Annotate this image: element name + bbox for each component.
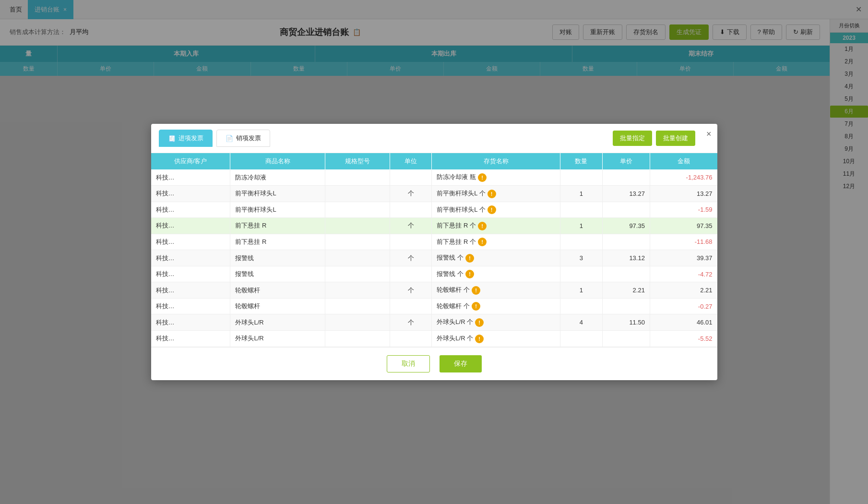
table-cell (560, 331, 602, 347)
warning-icon[interactable]: ! (465, 254, 474, 263)
table-cell (325, 314, 390, 331)
table-row: 科技…外球头L/R个外球头L/R 个!411.5046.01 (151, 314, 717, 331)
table-row: 科技…前平衡杆球头L个前平衡杆球头L 个!113.2713.27 (151, 185, 717, 202)
table-cell: -1.59 (650, 202, 717, 218)
table-cell: -0.27 (650, 298, 717, 314)
table-cell (325, 266, 390, 282)
col-unit: 单位 (390, 153, 432, 169)
table-cell: 13.27 (650, 185, 717, 202)
table-cell: 报警线 (230, 250, 325, 266)
table-cell (325, 218, 390, 234)
table-row: 科技…防冻冷却液防冻冷却液 瓶!-1,243.76 (151, 169, 717, 185)
table-cell: 97.35 (650, 218, 717, 234)
table-cell (560, 169, 602, 185)
table-cell (602, 298, 650, 314)
save-button[interactable]: 保存 (440, 355, 482, 372)
col-price: 单价 (602, 153, 650, 169)
table-cell: 11.50 (602, 314, 650, 331)
col-inventory: 存货名称 (432, 153, 560, 169)
table-cell: 科技… (151, 234, 230, 250)
invoice-table-container[interactable]: 供应商/客户 商品名称 规格型号 单位 存货名称 数量 单价 金额 科技…防冻冷… (151, 153, 717, 347)
table-cell (560, 266, 602, 282)
table-cell (325, 169, 390, 185)
table-cell (390, 234, 432, 250)
table-cell (325, 331, 390, 347)
table-cell (390, 331, 432, 347)
table-cell: 2.21 (602, 282, 650, 299)
table-cell (560, 298, 602, 314)
warning-icon[interactable]: ! (475, 318, 484, 327)
table-row: 科技…报警线报警线 个!-4.72 (151, 266, 717, 282)
table-cell: 97.35 (602, 218, 650, 234)
table-cell: 2.21 (650, 282, 717, 299)
table-row: 科技…前下悬挂 R个前下悬挂 R 个!197.3597.35 (151, 218, 717, 234)
table-cell: 个 (390, 314, 432, 331)
invoice-in-icon: 🧾 (168, 134, 176, 142)
table-cell (325, 234, 390, 250)
purchase-invoice-tab[interactable]: 🧾 进项发票 (159, 130, 213, 147)
invoice-out-icon: 📄 (226, 134, 233, 142)
table-cell: 轮毂螺杆 个! (432, 282, 560, 299)
table-cell: -5.52 (650, 331, 717, 347)
table-header-row: 供应商/客户 商品名称 规格型号 单位 存货名称 数量 单价 金额 (151, 153, 717, 169)
table-cell: 前下悬挂 R (230, 218, 325, 234)
purchase-tab-label: 进项发票 (178, 134, 203, 143)
cancel-button[interactable]: 取消 (387, 355, 430, 372)
table-cell: 46.01 (650, 314, 717, 331)
batch-create-button[interactable]: 批量创建 (656, 131, 695, 146)
table-cell: 1 (560, 282, 602, 299)
table-cell (325, 185, 390, 202)
table-cell (390, 202, 432, 218)
warning-icon[interactable]: ! (472, 302, 480, 311)
table-cell: 前平衡杆球头L 个! (432, 185, 560, 202)
table-cell: 报警线 个! (432, 266, 560, 282)
warning-icon[interactable]: ! (488, 190, 496, 198)
table-cell: 防冻冷却液 (230, 169, 325, 185)
warning-icon[interactable]: ! (478, 173, 487, 182)
table-cell (602, 234, 650, 250)
table-cell: 科技… (151, 266, 230, 282)
table-cell (325, 250, 390, 266)
table-cell: 科技… (151, 202, 230, 218)
table-cell (390, 169, 432, 185)
table-cell: 4 (560, 314, 602, 331)
table-cell (602, 202, 650, 218)
modal-close-button[interactable]: × (706, 130, 712, 138)
table-cell: 科技… (151, 298, 230, 314)
table-cell: 轮毂螺杆 (230, 298, 325, 314)
table-cell: 科技… (151, 282, 230, 299)
table-cell: 科技… (151, 185, 230, 202)
warning-icon[interactable]: ! (478, 238, 487, 246)
warning-icon[interactable]: ! (478, 222, 487, 230)
warning-icon[interactable]: ! (488, 205, 496, 214)
warning-icon[interactable]: ! (465, 270, 474, 278)
table-cell: 个 (390, 185, 432, 202)
table-cell: 前平衡杆球头L (230, 202, 325, 218)
table-cell: 科技… (151, 169, 230, 185)
table-cell (560, 202, 602, 218)
table-cell: 个 (390, 250, 432, 266)
table-cell: 1 (560, 218, 602, 234)
invoice-table: 供应商/客户 商品名称 规格型号 单位 存货名称 数量 单价 金额 科技…防冻冷… (151, 153, 717, 347)
table-cell (602, 169, 650, 185)
table-cell: -11.68 (650, 234, 717, 250)
table-cell: 13.27 (602, 185, 650, 202)
table-cell: 科技… (151, 250, 230, 266)
table-cell: -1,243.76 (650, 169, 717, 185)
table-cell: 报警线 (230, 266, 325, 282)
table-cell: 科技… (151, 331, 230, 347)
sales-tab-label: 销项发票 (236, 134, 261, 143)
table-row: 科技…外球头L/R外球头L/R 个!-5.52 (151, 331, 717, 347)
sales-invoice-tab[interactable]: 📄 销项发票 (216, 130, 270, 147)
table-cell: -4.72 (650, 266, 717, 282)
batch-assign-button[interactable]: 批量指定 (613, 131, 652, 146)
table-cell (390, 298, 432, 314)
table-cell: 前下悬挂 R (230, 234, 325, 250)
modal-overlay: 🧾 进项发票 📄 销项发票 批量指定 批量创建 × 供应商/客户 商品名称 (0, 0, 868, 504)
table-cell: 前下悬挂 R 个! (432, 234, 560, 250)
warning-icon[interactable]: ! (472, 286, 480, 295)
warning-icon[interactable]: ! (475, 335, 484, 343)
table-cell: 3 (560, 250, 602, 266)
col-amount: 金额 (650, 153, 717, 169)
col-qty: 数量 (560, 153, 602, 169)
